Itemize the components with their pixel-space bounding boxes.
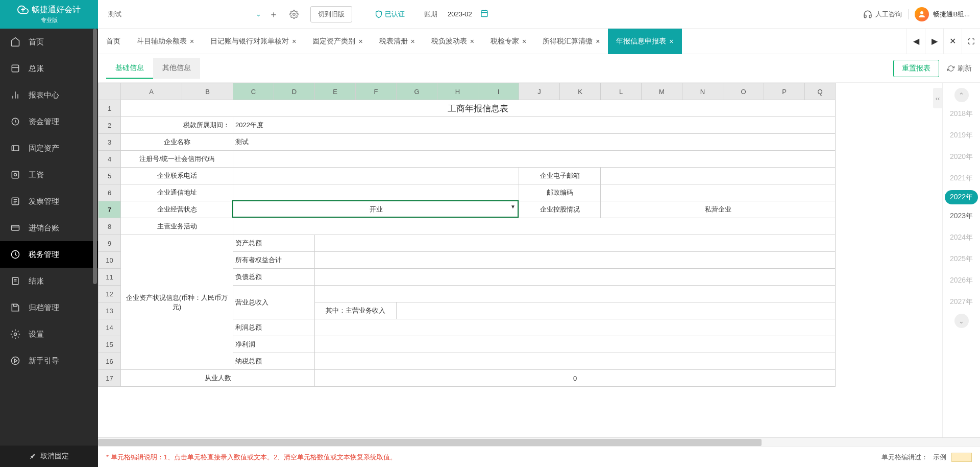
- row-header-10[interactable]: 10: [99, 252, 121, 269]
- row-header-4[interactable]: 4: [99, 151, 121, 168]
- year-2019年[interactable]: 2019年: [950, 126, 973, 145]
- tabs-prev[interactable]: ◀: [906, 29, 925, 54]
- col-header-K[interactable]: K: [560, 83, 601, 100]
- sidebar-item-4[interactable]: 固定资产: [0, 135, 98, 161]
- row-header-8[interactable]: 8: [99, 218, 121, 235]
- row-header-9[interactable]: 9: [99, 235, 121, 252]
- row-header-2[interactable]: 2: [99, 117, 121, 134]
- year-2026年[interactable]: 2026年: [950, 271, 973, 290]
- horizontal-scrollbar[interactable]: [98, 437, 980, 447]
- sidebar-item-3[interactable]: 资金管理: [0, 108, 98, 135]
- col-header-M[interactable]: M: [642, 83, 682, 100]
- col-header-H[interactable]: H: [437, 83, 478, 100]
- consult-button[interactable]: 人工咨询: [863, 10, 902, 19]
- tab-6[interactable]: 税检专家×: [482, 29, 534, 54]
- row-header-16[interactable]: 16: [99, 353, 121, 370]
- tab-close-icon[interactable]: ×: [358, 37, 362, 45]
- sheet-corner[interactable]: [99, 83, 121, 100]
- row-header-3[interactable]: 3: [99, 134, 121, 151]
- fullscreen-button[interactable]: [962, 29, 980, 54]
- settings-icon[interactable]: [286, 6, 302, 22]
- year-2020年[interactable]: 2020年: [950, 147, 973, 167]
- user-menu[interactable]: 畅捷通B组...: [915, 7, 970, 21]
- old-version-button[interactable]: 切到旧版: [310, 6, 352, 22]
- col-header-I[interactable]: I: [478, 83, 519, 100]
- sidebar-item-11[interactable]: 设置: [0, 321, 98, 347]
- year-2022年[interactable]: 2022年: [945, 190, 978, 204]
- row-header-12[interactable]: 12: [99, 286, 121, 302]
- sidebar-item-2[interactable]: 报表中心: [0, 82, 98, 108]
- sidebar-item-1[interactable]: 总账: [0, 55, 98, 82]
- sidebar-item-0[interactable]: 首页: [0, 29, 98, 55]
- sidebar-item-9[interactable]: 结账: [0, 268, 98, 294]
- footer-note: * 单元格编辑说明：1、点击单元格直接录入数值或文本。2、清空单元格数值或文本恢…: [106, 453, 397, 462]
- tab-2[interactable]: 日记账与银行对账单核对×: [202, 29, 304, 54]
- add-button[interactable]: ＋: [265, 6, 282, 22]
- tab-4[interactable]: 税表清册×: [371, 29, 423, 54]
- row-header-7[interactable]: 7: [99, 201, 121, 218]
- tab-7[interactable]: 所得税汇算清缴×: [534, 29, 608, 54]
- col-header-G[interactable]: G: [397, 83, 437, 100]
- tabs-next[interactable]: ▶: [925, 29, 943, 54]
- tab-8[interactable]: 年报信息申报表×: [608, 29, 681, 54]
- year-2027年[interactable]: 2027年: [950, 292, 973, 312]
- col-header-F[interactable]: F: [356, 83, 397, 100]
- refresh-button[interactable]: 刷新: [947, 64, 972, 73]
- row-header-11[interactable]: 11: [99, 269, 121, 286]
- tab-close-icon[interactable]: ×: [596, 37, 600, 45]
- year-panel-collapse[interactable]: ‹‹: [933, 88, 942, 108]
- spreadsheet[interactable]: ABCDEFGHIJKLMNOPQ1工商年报信息表2税款所属期间：2022年度3…: [98, 83, 942, 437]
- tab-close-icon[interactable]: ×: [292, 37, 296, 45]
- year-2024年[interactable]: 2024年: [950, 228, 973, 247]
- col-header-E[interactable]: E: [315, 83, 356, 100]
- col-header-D[interactable]: D: [274, 83, 315, 100]
- col-header-A[interactable]: A: [121, 83, 182, 100]
- tabs-close-all[interactable]: ✕: [943, 29, 962, 54]
- year-up[interactable]: ⌃: [954, 88, 969, 102]
- tab-1[interactable]: 斗目辅助余额表×: [129, 29, 202, 54]
- col-header-O[interactable]: O: [723, 83, 764, 100]
- tab-0[interactable]: 首页: [98, 29, 129, 54]
- tab-close-icon[interactable]: ×: [669, 37, 673, 45]
- col-header-P[interactable]: P: [764, 83, 805, 100]
- sidebar-item-6[interactable]: 发票管理: [0, 188, 98, 215]
- col-header-Q[interactable]: Q: [805, 83, 836, 100]
- row-header-17[interactable]: 17: [99, 370, 121, 387]
- row-header-15[interactable]: 15: [99, 336, 121, 353]
- sub-tab-0[interactable]: 基础信息: [106, 58, 153, 79]
- year-down[interactable]: ⌄: [954, 314, 969, 328]
- sidebar-item-5[interactable]: 工资: [0, 161, 98, 188]
- year-2023年[interactable]: 2023年: [950, 206, 973, 226]
- sidebar-item-7[interactable]: 进销台账: [0, 215, 98, 241]
- tab-close-icon[interactable]: ×: [411, 37, 415, 45]
- calendar-icon[interactable]: [480, 9, 488, 19]
- sub-tab-1[interactable]: 其他信息: [153, 58, 200, 79]
- col-header-L[interactable]: L: [601, 83, 642, 100]
- col-header-B[interactable]: B: [182, 83, 233, 100]
- company-selector[interactable]: 测试 ⌄: [108, 10, 261, 19]
- unpin-button[interactable]: 取消固定: [0, 446, 98, 467]
- sidebar-item-10[interactable]: 归档管理: [0, 294, 98, 321]
- row-header-13[interactable]: 13: [99, 302, 121, 319]
- year-2018年[interactable]: 2018年: [950, 104, 973, 124]
- row-header-5[interactable]: 5: [99, 168, 121, 184]
- row-header-6[interactable]: 6: [99, 184, 121, 201]
- sidebar-item-8[interactable]: 税务管理: [0, 241, 98, 268]
- sidebar-icon: [10, 302, 20, 313]
- tab-5[interactable]: 税负波动表×: [423, 29, 482, 54]
- year-2025年[interactable]: 2025年: [950, 249, 973, 269]
- tab-close-icon[interactable]: ×: [470, 37, 474, 45]
- tab-close-icon[interactable]: ×: [190, 37, 194, 45]
- col-header-N[interactable]: N: [682, 83, 723, 100]
- cell-dropdown-icon[interactable]: ▼: [510, 204, 516, 209]
- sidebar-item-12[interactable]: 新手引导: [0, 347, 98, 374]
- tab-close-icon[interactable]: ×: [522, 37, 526, 45]
- col-header-C[interactable]: C: [233, 83, 274, 100]
- tab-3[interactable]: 固定资产类别×: [304, 29, 371, 54]
- year-2021年[interactable]: 2021年: [950, 169, 973, 188]
- row-header-14[interactable]: 14: [99, 319, 121, 336]
- col-header-J[interactable]: J: [519, 83, 560, 100]
- row-header-1[interactable]: 1: [99, 100, 121, 117]
- reset-button[interactable]: 重置报表: [893, 60, 939, 77]
- sidebar-scrollbar[interactable]: [93, 29, 97, 467]
